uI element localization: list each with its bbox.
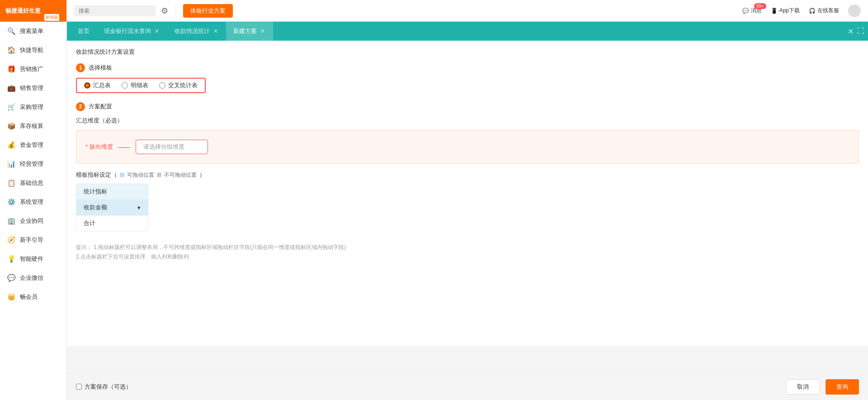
vertical-dimension-label: * 纵向维度 (85, 143, 113, 151)
dimension-placeholder: 请选择分组维度 (143, 143, 184, 150)
sidebar-item-label: 基础信息 (20, 179, 43, 187)
metrics-column-header[interactable]: 收款金额 ▾ (76, 200, 148, 216)
section1-number: 1 (76, 63, 85, 72)
tabbar-right-actions: ✕ ⛶ (848, 27, 864, 36)
save-checkbox-label[interactable]: 方案保存（可选） (76, 383, 132, 391)
sidebar-nav: 🔍 搜索菜单 🏠 快捷导航 🎁 营销推广 💼 销售管理 🛒 采购管理 📦 库存核… (0, 22, 66, 400)
sidebar-item-label: 采购管理 (20, 103, 43, 111)
dimension-selector[interactable]: 请选择分组维度 (136, 140, 208, 154)
close-all-tabs-button[interactable]: ✕ (848, 27, 854, 36)
metrics-legend-row: 模板指标设定（ 可拖动位置 不可拖动位置 ） (76, 171, 859, 179)
sidebar-item-inventory[interactable]: 📦 库存核算 (0, 117, 66, 136)
operation-icon: 📊 (7, 160, 15, 168)
sidebar-item-label: 搜索菜单 (20, 27, 43, 35)
search-menu-icon: 🔍 (7, 27, 15, 35)
metrics-header-label: 统计指标 (84, 188, 107, 196)
basic-info-icon: 📋 (7, 179, 15, 187)
sidebar-item-quick-nav[interactable]: 🏠 快捷导航 (0, 41, 66, 60)
tab-home[interactable]: 首页 (71, 22, 97, 41)
tab-bank-flow-close[interactable]: ✕ (154, 28, 160, 34)
app-badge: 标准版 (44, 14, 59, 21)
radio-detail-input[interactable] (122, 82, 128, 89)
tab-new-plan-label: 新建方案 (233, 27, 257, 35)
download-icon: 📱 (771, 8, 778, 14)
sidebar-item-basic-info[interactable]: 📋 基础信息 (0, 174, 66, 193)
sidebar-item-search-menu[interactable]: 🔍 搜索菜单 (0, 22, 66, 41)
section2-title: 方案配置 (89, 103, 112, 111)
sidebar-item-label: 智能硬件 (20, 255, 43, 263)
cancel-button[interactable]: 取消 (786, 379, 820, 395)
save-checkbox-text: 方案保存（可选） (85, 383, 132, 391)
tab-bank-flow-label: 现金银行流水查询 (104, 27, 151, 35)
sidebar-item-label: 企业协同 (20, 217, 43, 225)
sidebar-item-member[interactable]: 👑 畅会员 (0, 287, 66, 306)
tab-new-plan-close[interactable]: ✕ (259, 28, 266, 34)
radio-detail[interactable]: 明细表 (122, 81, 148, 89)
industry-plan-button[interactable]: 体验行业方案 (183, 4, 233, 18)
topbar-right: 💬 消息 99+ 📱 App下载 🎧 在线客服 (742, 5, 861, 17)
sidebar-item-finance[interactable]: 💰 资金管理 (0, 136, 66, 155)
purchase-icon: 🛒 (7, 103, 15, 111)
app-name: 畅捷通好生意 (5, 7, 41, 14)
sidebar-item-label: 库存核算 (20, 122, 43, 130)
sidebar-item-label: 营销推广 (20, 65, 43, 73)
sidebar-item-purchase[interactable]: 🛒 采购管理 (0, 98, 66, 117)
topbar-divider (175, 6, 176, 15)
fullscreen-button[interactable]: ⛶ (857, 27, 864, 36)
metrics-table: 统计指标 收款金额 ▾ 合计 (76, 184, 148, 231)
radio-summary[interactable]: 汇总表 (84, 81, 111, 89)
page-title: 收款情况统计方案设置 (76, 48, 859, 56)
tab-receipt-stat[interactable]: 收款情况统计 ✕ (167, 22, 226, 41)
message-icon: 💬 (742, 8, 749, 14)
radio-cross-input[interactable] (159, 82, 165, 89)
sidebar-item-system[interactable]: ⚙️ 系统管理 (0, 193, 66, 212)
tab-bank-flow[interactable]: 现金银行流水查询 ✕ (97, 22, 167, 41)
dimension-subsection-title: 汇总维度（必选） (76, 117, 859, 125)
main-area: ⚙ 体验行业方案 💬 消息 99+ 📱 App下载 🎧 在线客服 首页 (67, 0, 868, 400)
sidebar-item-label: 资金管理 (20, 141, 43, 149)
tab-new-plan[interactable]: 新建方案 ✕ (226, 22, 273, 41)
avatar[interactable] (848, 5, 861, 17)
footer: 方案保存（可选） 取消 查询 (67, 373, 868, 400)
system-icon: ⚙️ (7, 198, 15, 206)
metrics-section: 模板指标设定（ 可拖动位置 不可拖动位置 ） 统计指标 收款金额 ▾ (76, 171, 859, 233)
query-button[interactable]: 查询 (826, 379, 859, 395)
smart-hw-icon: 💡 (7, 255, 15, 263)
tip-item-2: 2.点击标题栏下拉可设置排序、插入列和删除列 (76, 253, 859, 261)
section1-header: 1 选择模板 (76, 63, 859, 72)
sidebar-item-enterprise[interactable]: 🏢 企业协同 (0, 212, 66, 231)
sidebar-item-sales[interactable]: 💼 销售管理 (0, 79, 66, 98)
download-item[interactable]: 📱 App下载 (771, 7, 800, 14)
sidebar-item-operation[interactable]: 📊 经营管理 (0, 155, 66, 174)
service-item[interactable]: 🎧 在线客服 (809, 7, 839, 14)
save-checkbox[interactable] (76, 384, 82, 390)
marketing-icon: 🎁 (7, 65, 15, 73)
metrics-row-label: 合计 (84, 220, 95, 226)
gear-icon[interactable]: ⚙ (161, 6, 168, 16)
tip-item-1: 提示： 1.拖动标题栏可以调整布局，不可跨维度或指标区域拖动栏目字段(只能在同一… (76, 244, 859, 251)
section1-title: 选择模板 (89, 64, 112, 72)
metrics-label: 模板指标设定（ (76, 171, 117, 179)
sales-icon: 💼 (7, 84, 15, 92)
sidebar-item-smart-hw[interactable]: 💡 智能硬件 (0, 249, 66, 268)
content-area: 收款情况统计方案设置 1 选择模板 汇总表 明细表 (67, 41, 868, 373)
fixed-legend-dot (157, 173, 161, 177)
draggable-legend-label: 可拖动位置 (127, 171, 154, 179)
tab-receipt-stat-close[interactable]: ✕ (212, 28, 219, 34)
sidebar-item-weixin[interactable]: 💬 企业微信 (0, 268, 66, 287)
section-plan-config: 2 方案配置 汇总维度（必选） * 纵向维度 —— 请选择分组维度 (76, 102, 859, 261)
metrics-title-suffix: ） (199, 171, 205, 179)
search-input[interactable] (74, 5, 156, 16)
sidebar-item-marketing[interactable]: 🎁 营销推广 (0, 60, 66, 79)
message-item[interactable]: 💬 消息 99+ (742, 7, 762, 14)
service-icon: 🎧 (809, 8, 816, 14)
metrics-column-dropdown-icon[interactable]: ▾ (137, 204, 141, 211)
sidebar-item-guide[interactable]: 🧭 新手引导 (0, 231, 66, 249)
tabbar: 首页 现金银行流水查询 ✕ 收款情况统计 ✕ 新建方案 ✕ ✕ ⛶ (67, 22, 868, 41)
finance-icon: 💰 (7, 141, 15, 149)
dimension-row: * 纵向维度 —— 请选择分组维度 (85, 140, 849, 154)
radio-summary-input[interactable] (84, 82, 90, 89)
sidebar-item-label: 新手引导 (20, 236, 43, 244)
radio-cross[interactable]: 交叉统计表 (159, 81, 198, 89)
metrics-table-row: 合计 (76, 216, 148, 231)
